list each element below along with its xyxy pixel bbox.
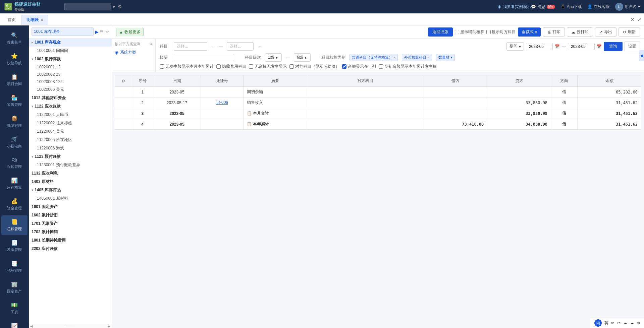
sidebar-item-retail[interactable]: 🏪 零售管理: [1, 91, 28, 111]
tree-item-1701[interactable]: 1701 无形资产: [29, 219, 112, 228]
show-aux-checkbox[interactable]: 显示辅助核算: [455, 29, 484, 35]
sidebar-item-management[interactable]: 📈 经营管理: [1, 319, 28, 328]
tree-item-11220001[interactable]: 11220001 人民币: [29, 111, 112, 119]
voucher-link[interactable]: 记-006: [216, 100, 228, 105]
subject-select-2[interactable]: 选择...: [227, 42, 254, 51]
tab-close-icon[interactable]: ✕: [631, 17, 635, 22]
sidebar-item-ecommerce[interactable]: 🛒 小畅电商: [1, 133, 28, 152]
refresh-btn[interactable]: ↺ 刷新: [619, 27, 640, 37]
tree-item-10020006[interactable]: 10020006 美元: [29, 85, 112, 94]
tree-item-2202[interactable]: 2202 应付账款: [29, 245, 112, 253]
tree-item-1602[interactable]: 1602 累计折旧: [29, 211, 112, 219]
subject-select[interactable]: 选择...: [174, 42, 207, 51]
filter-settings-btn[interactable]: 设置: [625, 42, 640, 51]
cb-contra-show-input[interactable]: [289, 64, 294, 69]
tree-item-1001[interactable]: ▸ 1001 库存现金: [29, 38, 112, 47]
cb-opening-show[interactable]: 期初余额显示本年累计发生额: [379, 64, 437, 69]
tree-item-1403[interactable]: 1403 原材料: [29, 178, 112, 186]
tree-item-10020001[interactable]: 10020001 12: [29, 63, 112, 71]
level-from-select[interactable]: 1级 ▾: [265, 53, 282, 62]
tree-item-11220004[interactable]: 11220004 美元: [29, 127, 112, 136]
tree-item-1801[interactable]: 1801 长期待摊费用: [29, 236, 112, 245]
cb-no-balance2[interactable]: 无余额无发生显示: [249, 64, 287, 69]
cb-no-balance2-input[interactable]: [249, 64, 253, 69]
cb-balance-one-col[interactable]: 余额显示在一列: [342, 64, 376, 69]
sidebar-item-payroll[interactable]: 💵 工资: [1, 299, 28, 318]
tag-normal-close[interactable]: ×: [393, 56, 395, 60]
demo-link[interactable]: ◉ 我要看实例演示: [498, 4, 531, 10]
assistant-btn[interactable]: 问: [594, 319, 602, 327]
tree-item-1012[interactable]: 1012 其他货币资金: [29, 94, 112, 102]
tree-item-1702[interactable]: 1702 累计摊销: [29, 228, 112, 236]
tree-item-11220002[interactable]: 11220002 往来标签: [29, 119, 112, 127]
sidebar-item-search[interactable]: 🔍 搜索菜单: [1, 29, 28, 48]
show-contra-input[interactable]: [486, 30, 491, 34]
tree-item-1123[interactable]: ▾ 1123 预付账款: [29, 152, 112, 161]
sidebar-item-invoice[interactable]: 🧾 发票管理: [1, 236, 28, 256]
lang-btn[interactable]: 英: [604, 320, 608, 326]
settings-icon[interactable]: ⚙: [118, 4, 122, 9]
tab-detail-close[interactable]: ×: [41, 17, 43, 22]
search-dropdown-icon[interactable]: ▾: [113, 4, 115, 9]
account-panel-list-icon[interactable]: ☰: [100, 29, 104, 34]
col-settings[interactable]: ⚙: [115, 75, 132, 87]
tree-item-10010001[interactable]: 10010001 同同同: [29, 47, 112, 55]
query-btn[interactable]: 查询: [604, 42, 623, 51]
period-type-select[interactable]: 期间 ▾: [506, 42, 524, 51]
level-to-select[interactable]: 6级 ▾: [294, 53, 311, 62]
sidebar-item-tax[interactable]: 📑 税务管理: [1, 257, 28, 276]
print-btn[interactable]: 🖨 打印: [543, 27, 565, 37]
col-settings-icon[interactable]: ⚙: [121, 79, 125, 83]
tab-detail[interactable]: 明细账 ×: [21, 15, 48, 25]
sidebar-item-accounting[interactable]: 📒 总账管理: [1, 215, 28, 235]
cb-opening-show-input[interactable]: [379, 64, 383, 69]
account-panel-selected[interactable]: 1001 库存现金: [32, 27, 94, 36]
scheme-settings-icon[interactable]: ⚙: [149, 42, 153, 46]
user-info[interactable]: U 用户名 ▾: [615, 3, 640, 11]
period-from-input[interactable]: [526, 43, 553, 50]
return-old-btn[interactable]: 返回旧版: [428, 27, 453, 37]
period-to-input[interactable]: [568, 43, 595, 50]
sidebar-item-wholesale[interactable]: 📦 批发管理: [1, 112, 28, 131]
expand-btn[interactable]: ▲ 收起更多: [116, 28, 144, 36]
tree-item-11220005[interactable]: 11220005 所在地区: [29, 136, 112, 144]
cloud-print-btn[interactable]: ☁ 云打印: [567, 27, 593, 37]
filter-collapse-btn[interactable]: ◀: [639, 50, 644, 61]
sidebar-item-quicknav[interactable]: ⭐ 快捷导航: [1, 50, 28, 69]
tree-item-10020003[interactable]: 10020003 122: [29, 78, 112, 85]
tab-maximize-icon[interactable]: ⤢: [637, 17, 641, 22]
sidebar-item-finance[interactable]: 💰 资金管理: [1, 195, 28, 214]
export-btn[interactable]: ↗ 导出: [595, 27, 616, 37]
show-contra-checkbox[interactable]: 显示对方科目: [486, 29, 516, 35]
tree-item-1132[interactable]: 1132 应收利息: [29, 169, 112, 178]
account-panel-nav-icon[interactable]: ▶: [95, 29, 99, 35]
online-service-action[interactable]: 👤 在线客服: [587, 4, 610, 10]
tree-item-11230001[interactable]: 11230001 预付账款差异: [29, 161, 112, 169]
summary-input[interactable]: [174, 54, 234, 61]
cb-hide-disabled[interactable]: 隐藏禁用科目: [216, 64, 246, 69]
cb-hide-disabled-input[interactable]: [216, 64, 221, 69]
sidebar-item-fixed[interactable]: 🏢 固定资产: [1, 278, 28, 297]
tree-item-1122[interactable]: ▾ 1122 应收账款: [29, 102, 112, 111]
cb-balance-one-col-input[interactable]: [342, 64, 346, 69]
sidebar-item-purchase[interactable]: 🛍 采购管理: [1, 153, 28, 173]
format-btn[interactable]: 金额式 ▾: [518, 27, 541, 37]
tree-item-14050001[interactable]: 14050001 原材料: [29, 194, 112, 203]
sidebar-item-inventory[interactable]: 📊 库存核算: [1, 174, 28, 193]
account-panel-edit-icon[interactable]: ✏: [106, 29, 109, 34]
tree-item-11220006[interactable]: 11220006 游戏: [29, 144, 112, 152]
sidebar-item-contract[interactable]: 📋 项目合同: [1, 70, 28, 90]
show-aux-input[interactable]: [455, 30, 459, 34]
scroll-left-btn[interactable]: ◀: [30, 324, 33, 328]
tree-item-1002[interactable]: ▾ 1002 银行存款: [29, 55, 112, 63]
tree-item-10020002[interactable]: 10020002 23: [29, 71, 112, 78]
cb-no-balance-input[interactable]: [160, 64, 164, 69]
period-calendar-from-icon[interactable]: 📅: [555, 44, 560, 49]
search-input[interactable]: [64, 3, 111, 10]
cb-contra-show[interactable]: 对方科目（显示辅助项）: [289, 64, 339, 69]
tree-item-1405[interactable]: ▾ 1405 库存商品: [29, 186, 112, 194]
scheme-item-system[interactable]: ◉ 系统方案: [115, 49, 153, 56]
tree-item-1601[interactable]: 1601 固定资产: [29, 203, 112, 211]
tab-home[interactable]: 首页: [3, 15, 21, 25]
period-calendar-to-icon[interactable]: 📅: [597, 44, 602, 49]
